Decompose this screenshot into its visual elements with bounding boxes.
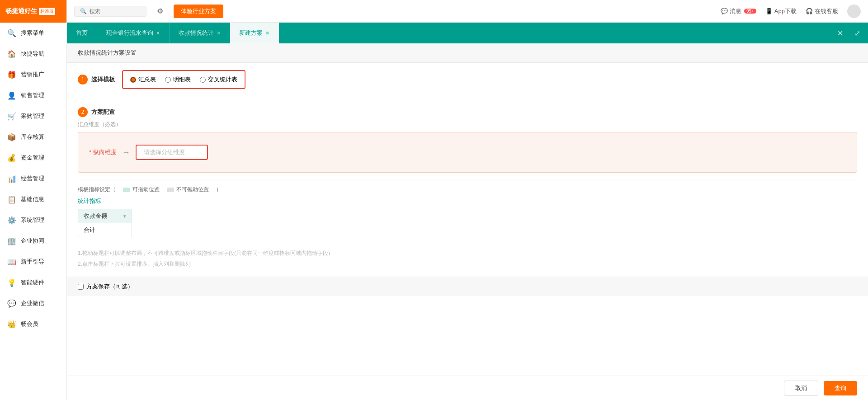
summary-label: 汇总表 bbox=[138, 75, 156, 84]
tabbar-actions: ✕ ⤢ bbox=[834, 27, 868, 39]
search-icon: 🔍 bbox=[80, 8, 87, 14]
sidebar-item-label: 企业微信 bbox=[21, 299, 44, 307]
metrics-legend-title: 模板指标设定（ bbox=[78, 186, 116, 193]
tab-bank-flow-close[interactable]: ✕ bbox=[156, 30, 160, 36]
sidebar-item-label: 快捷导航 bbox=[21, 50, 44, 58]
sidebar-item-operations[interactable]: 📊 经营管理 bbox=[0, 168, 66, 189]
metrics-label: 统计指标 bbox=[78, 197, 857, 205]
tips-section: 1.拖动标题栏可以调整布局，不可跨维度或指标区域拖动栏目字段(只能在同一维度或指… bbox=[78, 248, 857, 269]
template-option-detail[interactable]: 明细表 bbox=[165, 75, 191, 84]
search-box[interactable]: 🔍 bbox=[74, 6, 146, 17]
support-button[interactable]: 🎧 在线客服 bbox=[806, 7, 838, 15]
purchase-icon: 🛒 bbox=[7, 112, 16, 121]
template-options: 汇总表 明细表 交叉统计表 bbox=[122, 70, 245, 89]
vertical-dimension-row: * 纵向维度 → 请选择分组维度 bbox=[89, 145, 208, 160]
save-checkbox-label[interactable]: 方案保存（可选） bbox=[78, 282, 133, 291]
template-option-cross[interactable]: 交叉统计表 bbox=[200, 75, 237, 84]
download-label: App下载 bbox=[774, 7, 797, 15]
sidebar-item-label: 经营管理 bbox=[21, 174, 44, 183]
sidebar-item-basic-info[interactable]: 📋 基础信息 bbox=[0, 189, 66, 210]
messages-button[interactable]: 💬 消息 99+ bbox=[721, 7, 756, 15]
legend-nodrag-label: 不可拖动位置 bbox=[176, 186, 209, 193]
operations-icon: 📊 bbox=[7, 174, 16, 183]
step1-circle: 1 bbox=[78, 75, 88, 85]
tab-new-plan-close[interactable]: ✕ bbox=[265, 30, 269, 36]
radio-summary[interactable] bbox=[130, 77, 136, 83]
search-input[interactable] bbox=[90, 8, 144, 14]
step2-section: 2 方案配置 汇总维度（必选） * 纵向维度 → 请选择分组维度 bbox=[67, 100, 868, 277]
dimension-grid: * 纵向维度 → 请选择分组维度 bbox=[78, 132, 857, 173]
sidebar-item-inventory[interactable]: 📦 库存核算 bbox=[0, 127, 66, 147]
vertical-label: * 纵向维度 bbox=[89, 148, 117, 156]
sidebar-item-guide[interactable]: 📖 新手引导 bbox=[0, 251, 66, 272]
save-label: 方案保存（可选） bbox=[86, 282, 133, 291]
inventory-icon: 📦 bbox=[7, 133, 16, 141]
sidebar-item-label: 畅会员 bbox=[21, 320, 38, 328]
cancel-button[interactable]: 取消 bbox=[784, 381, 818, 396]
smart-hw-icon: 💡 bbox=[7, 278, 16, 287]
tab-close-all-button[interactable]: ✕ bbox=[834, 27, 846, 39]
tab-home[interactable]: 首页 bbox=[67, 23, 97, 43]
radio-detail[interactable] bbox=[165, 77, 171, 83]
sidebar-item-finance[interactable]: 💰 资金管理 bbox=[0, 147, 66, 168]
sidebar: 畅捷通好生 标准版 🔍 搜索菜单 🏠 快捷导航 🎁 营销推广 👤 销售管理 🛒 … bbox=[0, 0, 67, 400]
sidebar-item-marketing[interactable]: 🎁 营销推广 bbox=[0, 64, 66, 85]
tab-expand-button[interactable]: ⤢ bbox=[851, 27, 863, 39]
dimension-title: 汇总维度（必选） bbox=[78, 121, 857, 128]
settings-icon[interactable]: ⚙ bbox=[154, 5, 166, 18]
metrics-legend-end: ） bbox=[216, 186, 222, 193]
save-section: 方案保存（可选） bbox=[67, 277, 868, 296]
step2-row: 2 方案配置 bbox=[78, 107, 857, 117]
chevron-down-icon: ▾ bbox=[123, 213, 126, 219]
radio-cross[interactable] bbox=[200, 77, 206, 83]
nodrag-indicator bbox=[167, 188, 174, 192]
tip-1: 1.拖动标题栏可以调整布局，不可跨维度或指标区域拖动栏目字段(只能在同一维度或指… bbox=[78, 248, 857, 259]
sidebar-item-label: 系统管理 bbox=[21, 216, 44, 224]
metrics-col-header[interactable]: 收款金额 ▾ bbox=[78, 209, 132, 223]
guide-icon: 📖 bbox=[7, 258, 16, 266]
dimension-selector[interactable]: 请选择分组维度 bbox=[136, 145, 208, 160]
sidebar-item-system[interactable]: ⚙️ 系统管理 bbox=[0, 210, 66, 231]
system-icon: ⚙️ bbox=[7, 216, 16, 225]
content-area: 收款情况统计方案设置 1 选择模板 汇总表 明细表 bbox=[67, 43, 868, 376]
sidebar-item-label: 资金管理 bbox=[21, 154, 44, 162]
sidebar-item-label: 新手引导 bbox=[21, 258, 44, 266]
tab-bank-flow[interactable]: 现金银行流水查询 ✕ bbox=[97, 23, 170, 43]
footer-bar: 取消 查询 bbox=[67, 376, 868, 400]
enterprise-wechat-icon: 💬 bbox=[7, 299, 16, 308]
sidebar-item-enterprise-collab[interactable]: 🏢 企业协同 bbox=[0, 231, 66, 251]
trial-button[interactable]: 体验行业方案 bbox=[174, 5, 223, 18]
arrow-icon: → bbox=[122, 148, 130, 157]
sidebar-item-purchase[interactable]: 🛒 采购管理 bbox=[0, 106, 66, 127]
save-checkbox[interactable] bbox=[78, 284, 84, 290]
sidebar-item-label: 企业协同 bbox=[21, 237, 44, 245]
page-header: 收款情况统计方案设置 bbox=[67, 43, 868, 63]
sidebar-item-smart-hw[interactable]: 💡 智能硬件 bbox=[0, 272, 66, 293]
search-menu-icon: 🔍 bbox=[7, 29, 16, 38]
step1-row: 1 选择模板 汇总表 明细表 交叉统计表 bbox=[78, 70, 857, 89]
sidebar-item-label: 营销推广 bbox=[21, 71, 44, 79]
step2-circle: 2 bbox=[78, 107, 88, 117]
tab-collection-stat-close[interactable]: ✕ bbox=[217, 30, 221, 36]
tab-collection-stat[interactable]: 收款情况统计 ✕ bbox=[170, 23, 230, 43]
user-avatar[interactable] bbox=[847, 5, 861, 18]
page-content: 收款情况统计方案设置 1 选择模板 汇总表 明细表 bbox=[67, 43, 868, 376]
main-area: 🔍 ⚙ 体验行业方案 💬 消息 99+ 📱 App下载 🎧 在线客服 bbox=[67, 0, 868, 400]
query-button[interactable]: 查询 bbox=[824, 381, 857, 395]
logo-badge: 标准版 bbox=[39, 8, 55, 15]
template-option-summary[interactable]: 汇总表 bbox=[130, 75, 156, 84]
sidebar-item-enterprise-wechat[interactable]: 💬 企业微信 bbox=[0, 293, 66, 314]
tab-new-plan[interactable]: 新建方案 ✕ bbox=[230, 23, 279, 43]
sidebar-item-sales[interactable]: 👤 销售管理 bbox=[0, 85, 66, 106]
page-title: 收款情况统计方案设置 bbox=[78, 49, 137, 56]
sidebar-item-search-menu[interactable]: 🔍 搜索菜单 bbox=[0, 23, 66, 43]
app-download-button[interactable]: 📱 App下载 bbox=[765, 7, 797, 15]
sidebar-item-label: 库存核算 bbox=[21, 133, 44, 141]
messages-label: 消息 bbox=[730, 7, 741, 15]
finance-icon: 💰 bbox=[7, 154, 16, 162]
sidebar-item-member[interactable]: 👑 畅会员 bbox=[0, 314, 66, 334]
sidebar-item-quick-nav[interactable]: 🏠 快捷导航 bbox=[0, 43, 66, 64]
basic-info-icon: 📋 bbox=[7, 195, 16, 204]
quick-nav-icon: 🏠 bbox=[7, 50, 16, 58]
download-icon: 📱 bbox=[765, 8, 773, 14]
